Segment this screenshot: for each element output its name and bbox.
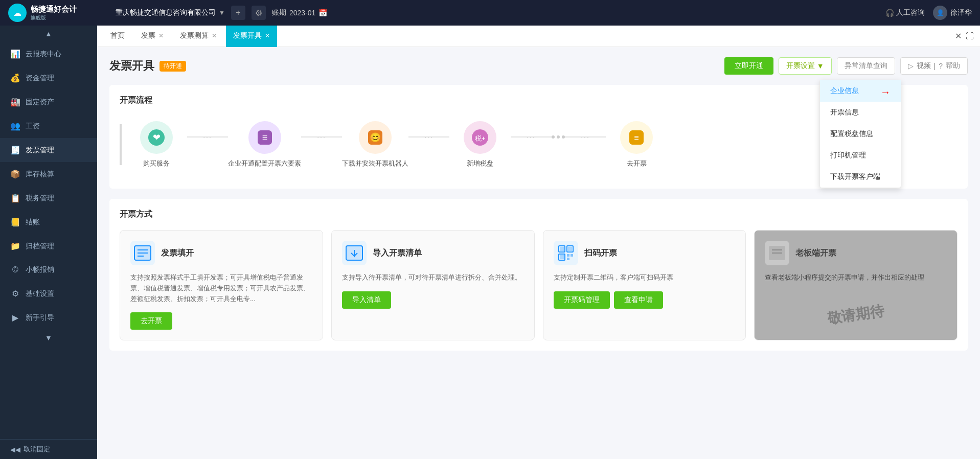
tab-home[interactable]: 首页: [103, 26, 132, 47]
sidebar-item-guidang[interactable]: 📁 归档管理: [0, 234, 97, 258]
scan-card-icon: [554, 241, 578, 265]
billing-section-title: 开票方式: [120, 209, 958, 220]
gongzi-icon: 👥: [10, 121, 20, 131]
sidebar-item-jichushezhi[interactable]: ⚙ 基础设置: [0, 282, 97, 306]
scan-card-btn2[interactable]: 查看申请: [614, 291, 663, 309]
user-area[interactable]: 👤 徐泽华: [933, 6, 972, 20]
add-button[interactable]: +: [231, 6, 245, 20]
help-icon: ?: [939, 62, 943, 70]
video-icon: ▷: [908, 62, 914, 70]
flow-step-2-label: 企业开通配置开票六要素: [228, 159, 301, 168]
tab-fapiao-open[interactable]: 发票开具 ✕: [226, 26, 277, 47]
sidebar-item-gudingzichan[interactable]: 🏭 固定资产: [0, 90, 97, 114]
scan-card-desc: 支持定制开票二维码，客户端可扫码开票: [554, 272, 736, 283]
period-info: 账期 2023-01 📅: [272, 8, 327, 17]
sidebar-item-yunbao[interactable]: 📊 云报表中心: [0, 42, 97, 66]
dropdown-arrow: →: [880, 86, 891, 98]
jiezhang-icon: 📒: [10, 217, 20, 227]
tab-fapiao-calc[interactable]: 发票测算 ✕: [173, 26, 224, 47]
pin-icon: ◀◀: [10, 446, 20, 453]
layout: ▲ 📊 云报表中心 💰 资金管理 🏭 固定资产 👥 工资 🧾 发票管理 📦 库存…: [0, 26, 980, 459]
header-right: 🎧 人工咨询 👤 徐泽华: [885, 6, 972, 20]
dropdown-item-tax-disk[interactable]: 配置税盘信息: [820, 123, 901, 145]
billing-card-scan-header: 扫码开票: [554, 241, 736, 265]
consult-area[interactable]: 🎧 人工咨询: [885, 8, 925, 17]
flow-connector-1: [187, 136, 228, 137]
activate-button[interactable]: 立即开通: [724, 57, 773, 75]
import-card-desc: 支持导入待开票清单，可对待开票清单进行拆分、合并处理。: [342, 272, 524, 283]
settings-dropdown: → 企业信息 开票信息 配置税盘信息 打印机管理: [819, 80, 901, 188]
sidebar-item-shuiwu[interactable]: 📋 税务管理: [0, 186, 97, 210]
sidebar-item-kucun[interactable]: 📦 库存核算: [0, 162, 97, 186]
flow-step-2: ≡ 企业开通配置开票六要素: [228, 121, 301, 168]
boss-card-desc: 查看老板端小程序提交的开票申请，并作出相应的处理: [765, 272, 947, 283]
logo-icon: ☁: [8, 4, 27, 22]
close-tab-btn[interactable]: ✕: [955, 31, 962, 41]
billing-section: 开票方式 发票填开 支持按照发票样式手工填开发票；可开具增值税电子普通发票、增值…: [109, 199, 968, 351]
settings-button[interactable]: ⚙: [252, 6, 266, 20]
app-name: 畅捷通好会计: [31, 5, 77, 14]
expand-tab-btn[interactable]: ⛶: [966, 32, 974, 41]
boss-card-title: 老板端开票: [795, 248, 836, 259]
main-content: 首页 发票 ✕ 发票测算 ✕ 发票开具 ✕ ✕ ⛶: [97, 26, 980, 459]
billing-card-import-header: 导入开票清单: [342, 241, 524, 265]
dropdown-item-download-client[interactable]: 下载开票客户端: [820, 166, 901, 188]
dropdown-item-printer[interactable]: 打印机管理: [820, 145, 901, 166]
svg-rect-23: [567, 254, 569, 257]
status-badge: 待开通: [159, 61, 186, 72]
dropdown-item-invoice-info[interactable]: 开票信息: [820, 102, 901, 123]
flow-step-4-label: 新增税盘: [467, 159, 493, 168]
sidebar-label-jiezhang: 结账: [26, 218, 40, 227]
fapiao-icon: 🧾: [10, 145, 20, 155]
sidebar-item-jiezhang[interactable]: 📒 结账: [0, 210, 97, 234]
flow-step-1-label: 购买服务: [143, 159, 170, 168]
tab-fapiao[interactable]: 发票 ✕: [134, 26, 171, 47]
sidebar-item-xiaochang[interactable]: © 小畅报销: [0, 258, 97, 282]
separator: |: [934, 62, 936, 70]
yunbao-icon: 📊: [10, 49, 20, 59]
company-selector[interactable]: 重庆畅捷交通信息咨询有限公司 ▼: [116, 8, 225, 17]
flow-step-5: ≡ 去开票: [606, 121, 667, 168]
calendar-icon[interactable]: 📅: [318, 9, 327, 17]
scan-card-title: 扫码开票: [584, 248, 617, 259]
tab-fapiao-calc-close[interactable]: ✕: [212, 32, 217, 39]
sidebar-item-zijin[interactable]: 💰 资金管理: [0, 66, 97, 90]
flow-step-3-label: 下载并安装开票机器人: [342, 159, 408, 168]
sidebar-item-fapiao[interactable]: 🧾 发票管理: [0, 138, 97, 162]
svg-text:税+: 税+: [475, 134, 486, 142]
sidebar-scroll-down[interactable]: ▼: [0, 330, 97, 346]
svg-text:😊: 😊: [370, 132, 381, 143]
sidebar-item-gongzi[interactable]: 👥 工资: [0, 114, 97, 138]
tab-fapiao-close[interactable]: ✕: [158, 32, 164, 39]
import-card-icon: [342, 241, 367, 265]
user-avatar: 👤: [933, 6, 947, 20]
sidebar-label-jichushezhi: 基础设置: [26, 289, 54, 299]
printer-label: 打印机管理: [830, 151, 866, 159]
flow-step-2-icon: ≡: [248, 121, 281, 154]
exception-button[interactable]: 异常清单查询: [837, 57, 895, 75]
sidebar-cancel-pin[interactable]: ◀◀ 取消固定: [0, 439, 97, 459]
import-card-btn[interactable]: 导入清单: [342, 291, 391, 309]
xinshou-icon: ▶: [10, 313, 20, 323]
svg-text:❤: ❤: [153, 132, 161, 143]
fill-card-icon: [130, 241, 155, 265]
svg-rect-18: [560, 247, 564, 251]
xiaochang-icon: ©: [10, 265, 20, 274]
sidebar-item-xinshou[interactable]: ▶ 新手引导: [0, 306, 97, 330]
boss-card-overlay: 敬请期待: [755, 291, 958, 339]
download-client-label: 下载开票客户端: [830, 172, 880, 180]
page-title: 发票开具 待开通: [109, 58, 186, 74]
page-content: 发票开具 待开通 立即开通 开票设置 ▼ 异常清单查询 ▷ 视频 | ?: [97, 47, 980, 459]
sidebar-label-shuiwu: 税务管理: [26, 194, 54, 203]
tab-fapiao-open-close[interactable]: ✕: [265, 32, 270, 39]
tab-bar: 首页 发票 ✕ 发票测算 ✕ 发票开具 ✕ ✕ ⛶: [97, 26, 980, 47]
fill-card-desc: 支持按照发票样式手工填开发票；可开具增值税电子普通发票、增值税普通发票、增值税专…: [130, 272, 312, 304]
video-button[interactable]: ▷ 视频 | ? 帮助: [900, 57, 968, 75]
sidebar-label-xinshou: 新手引导: [26, 313, 54, 323]
settings-button[interactable]: 开票设置 ▼: [779, 57, 832, 75]
sidebar-label-yunbao: 云报表中心: [26, 50, 61, 59]
scan-card-btn1[interactable]: 开票码管理: [554, 291, 610, 309]
fill-card-btn[interactable]: 去开票: [130, 312, 172, 330]
svg-rect-20: [568, 247, 572, 251]
sidebar-scroll-up[interactable]: ▲: [0, 26, 97, 42]
